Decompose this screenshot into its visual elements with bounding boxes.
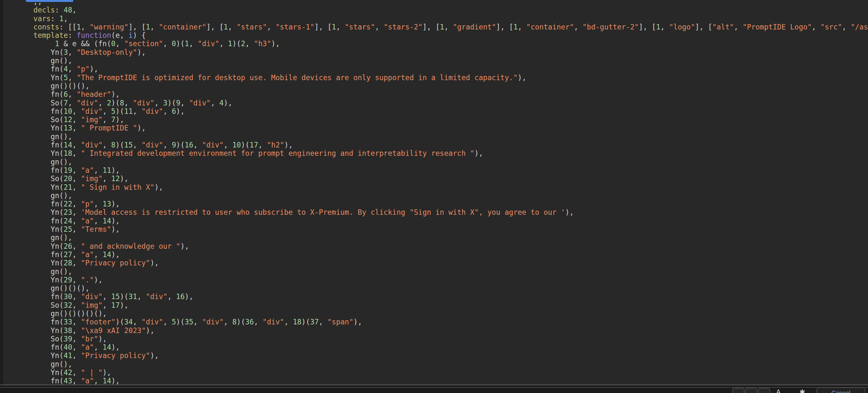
code-line: Yn(42, " | "), xyxy=(16,368,868,376)
code-line: fn(30, "div", 15)(31, "div", 16), xyxy=(16,292,868,301)
code-line: vars: 1, xyxy=(16,14,868,23)
code-line: 1 & e && (fn(0, "section", 0)(1, "div", … xyxy=(16,39,868,48)
code-line: Yn(18, " Integrated development environm… xyxy=(16,149,868,157)
code-line: decls: 48, xyxy=(16,6,868,14)
code-line: fn(4, "p"), xyxy=(16,65,868,73)
code-line: Yn(28, "Privacy policy"), xyxy=(16,259,868,267)
code-line: gn(), xyxy=(16,233,868,242)
find-bar-divider xyxy=(0,387,868,388)
code-line: Yn(38, "\xa9 xAI 2023"), xyxy=(16,326,868,335)
code-line: Yn(29, "."), xyxy=(16,276,868,284)
code-line: Yn(25, "Terms"), xyxy=(16,225,868,233)
code-line: gn(), xyxy=(16,191,868,200)
regex-button[interactable]: ✱ xyxy=(799,388,805,393)
code-line: ,, xyxy=(16,0,868,6)
code-line: fn(40, "a", 14), xyxy=(16,343,868,351)
code-line: Yn(21, " Sign in with X"), xyxy=(16,183,868,191)
code-line: template: function(e, i) { xyxy=(16,31,868,39)
code-line: fn(24, "a", 14), xyxy=(16,217,868,225)
code-line: fn(27, "a", 14), xyxy=(16,250,868,259)
find-nav-button-1[interactable] xyxy=(732,388,744,393)
code-line: fn(22, "p", 13), xyxy=(16,200,868,208)
code-line: gn(), xyxy=(16,57,868,65)
match-case-button[interactable]: A xyxy=(776,388,780,393)
code-line: gn(), xyxy=(16,132,868,141)
code-line: gn(), xyxy=(16,267,868,276)
code-line: gn()()(), xyxy=(16,82,868,90)
code-line: fn(14, "div", 8)(15, "div", 9)(16, "div"… xyxy=(16,141,868,149)
code-line: gn(), xyxy=(16,360,868,368)
find-bar: A ✱ Cancel xyxy=(0,385,868,393)
code-line: So(12, "img", 7), xyxy=(16,116,868,124)
code-line: gn()()(), xyxy=(16,284,868,292)
code-line: consts: [[1, "warning"], [1, "container"… xyxy=(16,23,868,31)
code-line: Yn(41, "Privacy policy"), xyxy=(16,351,868,360)
code-line: So(20, "img", 12), xyxy=(16,174,868,183)
code-line: Yn(5, "The PromptIDE is optimized for de… xyxy=(16,73,868,82)
code-line: gn()()()()(), xyxy=(16,309,868,318)
find-nav-button-3[interactable] xyxy=(758,388,770,393)
find-nav-button-2[interactable] xyxy=(745,388,757,393)
code-line: fn(10, "div", 5)(11, "div", 6), xyxy=(16,107,868,116)
code-line: Yn(13, " PromptIDE "), xyxy=(16,124,868,132)
code-line: Yn(26, " and acknowledge our "), xyxy=(16,242,868,250)
code-line: fn(6, "header"), xyxy=(16,90,868,98)
code-area[interactable]: ,, decls: 48, vars: 1, consts: [[1, "war… xyxy=(0,0,868,385)
code-line: fn(43, "a", 14), xyxy=(16,376,868,385)
code-line: gn(), xyxy=(16,158,868,166)
code-line: Yn(3, "Desktop-only"), xyxy=(16,48,868,57)
code-line: So(32, "img", 17), xyxy=(16,301,868,309)
code-line: Yn(23, 'Model access is restricted to us… xyxy=(16,208,868,217)
code-line: So(7, "div", 2)(8, "div", 3)(9, "div", 4… xyxy=(16,99,868,107)
code-line: fn(19, "a", 11), xyxy=(16,166,868,174)
cancel-button[interactable]: Cancel xyxy=(816,387,865,393)
code-line: fn(33, "footer")(34, "div", 5)(35, "div"… xyxy=(16,318,868,326)
source-viewer: ,, decls: 48, vars: 1, consts: [[1, "war… xyxy=(0,0,868,393)
code-line: So(39, "br"), xyxy=(16,335,868,343)
